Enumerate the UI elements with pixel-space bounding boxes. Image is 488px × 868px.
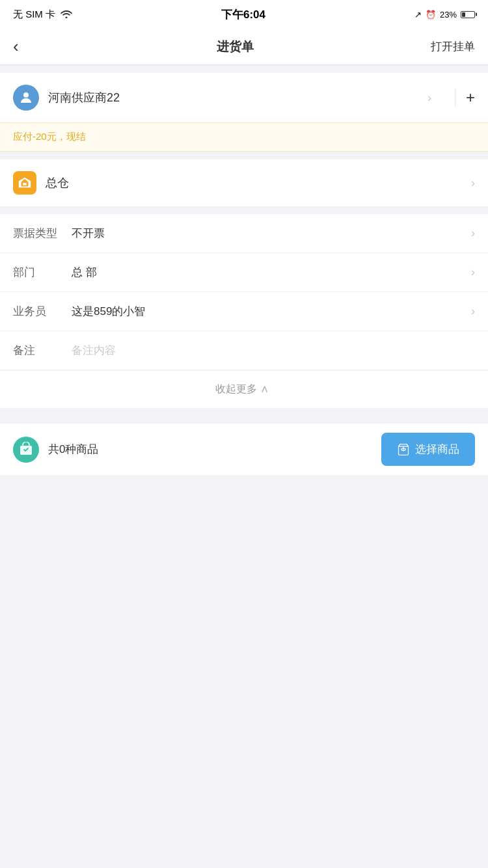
remark-input[interactable]: 备注内容 [72, 343, 475, 358]
sim-label: 无 SIM 卡 [13, 8, 55, 21]
warehouse-chevron-icon: › [471, 176, 475, 190]
select-btn-label: 选择商品 [415, 442, 459, 457]
notice-bar: 应付-20元，现结 [0, 122, 488, 152]
collapse-button[interactable]: 收起更多 ∧ [0, 370, 488, 408]
open-pending-button[interactable]: 打开挂单 [431, 39, 475, 54]
invoice-type-value: 不开票 [72, 226, 471, 241]
invoice-type-chevron-icon: › [471, 226, 475, 240]
department-row[interactable]: 部门 总 部 › [0, 253, 488, 292]
battery-icon [461, 11, 475, 18]
department-value: 总 部 [72, 265, 471, 280]
svg-point-0 [23, 92, 29, 98]
product-icon [13, 437, 39, 463]
status-bar: 无 SIM 卡 下午6:04 ↗ ⏰ 23% [0, 0, 488, 29]
salesperson-value: 这是859的小智 [72, 304, 471, 319]
notice-text: 应付-20元，现结 [13, 131, 86, 142]
warehouse-name: 总仓 [46, 175, 471, 191]
remark-row[interactable]: 备注 备注内容 [0, 331, 488, 370]
divider [455, 88, 455, 107]
cart-icon [397, 443, 410, 456]
battery-percent: 23% [440, 10, 457, 20]
supplier-section: 河南供应商22 › + 应付-20元，现结 [0, 73, 488, 152]
page-title: 进货单 [217, 38, 254, 55]
form-section: 票据类型 不开票 › 部门 总 部 › 业务员 这是859的小智 › 备注 备注… [0, 214, 488, 408]
add-supplier-button[interactable]: + [466, 88, 475, 107]
gap-3 [0, 206, 488, 214]
wifi-icon [61, 9, 72, 20]
gap-2 [0, 152, 488, 159]
gap-1 [0, 65, 488, 73]
supplier-chevron-icon: › [427, 91, 431, 105]
status-time: 下午6:04 [221, 7, 265, 22]
alarm-icon: ⏰ [426, 10, 436, 20]
salesperson-row[interactable]: 业务员 这是859的小智 › [0, 292, 488, 331]
department-chevron-icon: › [471, 265, 475, 279]
invoice-type-row[interactable]: 票据类型 不开票 › [0, 214, 488, 253]
location-icon: ↗ [414, 10, 422, 20]
nav-bar: ‹ 进货单 打开挂单 [0, 29, 488, 65]
warehouse-row[interactable]: 总仓 › [0, 159, 488, 206]
department-label: 部门 [13, 265, 72, 280]
status-right: ↗ ⏰ 23% [414, 10, 475, 20]
product-count: 共0种商品 [48, 442, 381, 457]
salesperson-chevron-icon: › [471, 305, 475, 318]
select-product-button[interactable]: 选择商品 [381, 433, 475, 466]
supplier-name: 河南供应商22 [48, 90, 427, 105]
supplier-avatar [13, 85, 39, 111]
gap-4 [0, 408, 488, 416]
back-button[interactable]: ‹ [13, 36, 39, 57]
warehouse-section: 总仓 › [0, 159, 488, 206]
salesperson-label: 业务员 [13, 304, 72, 319]
collapse-label: 收起更多 ∧ [215, 383, 268, 396]
supplier-row[interactable]: 河南供应商22 › + [0, 73, 488, 122]
invoice-type-label: 票据类型 [13, 226, 72, 241]
warehouse-icon [13, 171, 36, 195]
status-left: 无 SIM 卡 [13, 8, 72, 21]
bottom-bar: 共0种商品 选择商品 [0, 424, 488, 475]
remark-label: 备注 [13, 343, 72, 358]
